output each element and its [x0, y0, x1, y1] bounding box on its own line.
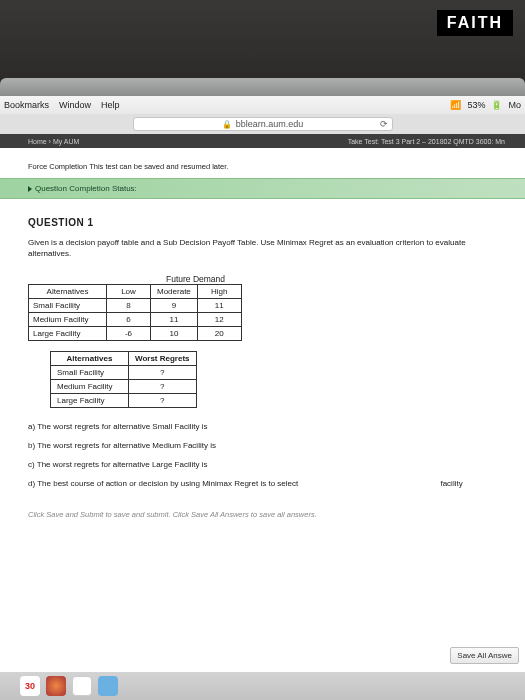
- table-row: Medium Facility ?: [51, 379, 197, 393]
- dock-app-icon[interactable]: [46, 676, 66, 696]
- question-1: QUESTION 1 Given is a decision payoff ta…: [0, 199, 525, 527]
- question-completion-status[interactable]: Question Completion Status:: [0, 178, 525, 199]
- url-field[interactable]: bblearn.aum.edu ⟳: [133, 117, 393, 131]
- battery-percent: 53%: [467, 100, 485, 110]
- table-row: Alternatives Low Moderate High: [29, 284, 242, 298]
- part-d: d) The best course of action or decision…: [28, 479, 497, 488]
- refresh-icon[interactable]: ⟳: [380, 119, 388, 129]
- lock-icon: [222, 119, 232, 129]
- info-line-obscured: [0, 148, 525, 161]
- regret-table: Alternatives Worst Regrets Small Facilit…: [50, 351, 197, 408]
- laptop-bezel: [0, 78, 525, 96]
- menu-window[interactable]: Window: [59, 100, 91, 110]
- table-row: Large Facility ?: [51, 393, 197, 407]
- part-d-text: d) The best course of action or decision…: [28, 479, 298, 488]
- part-a: a) The worst regrets for alternative Sma…: [28, 422, 497, 431]
- save-all-answers-button[interactable]: Save All Answe: [450, 647, 519, 664]
- table-row: Small Facility 8 9 11: [29, 298, 242, 312]
- battery-icon: 🔋: [491, 100, 502, 110]
- question-heading: QUESTION 1: [28, 217, 497, 228]
- dock-app-icon[interactable]: [72, 676, 92, 696]
- breadcrumb[interactable]: Home › My AUM: [28, 138, 79, 145]
- mac-menu-bar: Bookmarks Window Help 📶 53% 🔋 Mo: [0, 96, 525, 114]
- force-label: Force Completion: [28, 162, 87, 171]
- force-completion-row: Force Completion This test can be saved …: [0, 161, 525, 174]
- part-b: b) The worst regrets for alternative Med…: [28, 441, 497, 450]
- qcs-label: Question Completion Status:: [35, 184, 137, 193]
- dock-calendar-icon[interactable]: 30: [20, 676, 40, 696]
- part-c: c) The worst regrets for alternative Lar…: [28, 460, 497, 469]
- clock-day: Mo: [508, 100, 521, 110]
- table-row: Alternatives Worst Regrets: [51, 351, 197, 365]
- faith-sign: FAITH: [437, 10, 513, 36]
- url-domain: bblearn.aum.edu: [236, 119, 304, 129]
- payoff-table: Alternatives Low Moderate High Small Fac…: [28, 284, 242, 341]
- question-prompt: Given is a decision payoff table and a S…: [28, 238, 497, 260]
- future-demand-header: Future Demand: [28, 274, 273, 284]
- page-content: Home › My AUM Take Test: Test 3 Part 2 –…: [0, 134, 525, 672]
- force-text: This test can be saved and resumed later…: [89, 162, 228, 171]
- mac-dock: 30: [0, 672, 525, 700]
- menu-bookmarks[interactable]: Bookmarks: [4, 100, 49, 110]
- wifi-icon: 📶: [450, 100, 461, 110]
- table-row: Large Facility -6 10 20: [29, 326, 242, 340]
- chevron-right-icon: [28, 186, 32, 192]
- blackboard-nav: Home › My AUM Take Test: Test 3 Part 2 –…: [0, 134, 525, 148]
- save-instruction: Click Save and Submit to save and submit…: [28, 510, 497, 519]
- test-title: Take Test: Test 3 Part 2 – 201802 QMTD 3…: [348, 138, 505, 145]
- part-d-blank: facility: [440, 479, 462, 488]
- table-row: Small Facility ?: [51, 365, 197, 379]
- dock-app-icon[interactable]: [98, 676, 118, 696]
- browser-toolbar: bblearn.aum.edu ⟳: [0, 114, 525, 134]
- menu-help[interactable]: Help: [101, 100, 120, 110]
- table-row: Medium Facility 6 11 12: [29, 312, 242, 326]
